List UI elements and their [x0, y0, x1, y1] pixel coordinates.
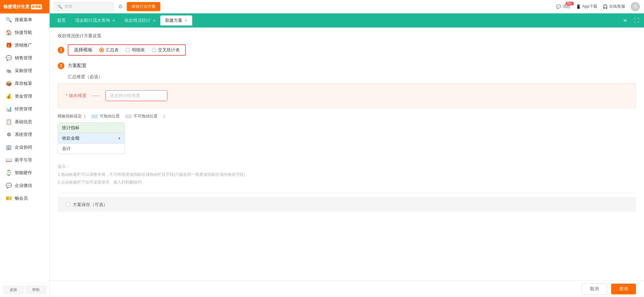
sidebar-item-search-menu[interactable]: 🔍 搜索菜单 — [0, 13, 49, 26]
building-icon: 🏢 — [5, 144, 12, 150]
chat-icon: 💬 — [5, 55, 12, 61]
save-label: 方案保存（可选） — [73, 202, 108, 208]
sidebar-item-label: 畅会员 — [15, 195, 28, 201]
maximize-button[interactable]: ⛶ — [632, 17, 641, 24]
sidebar-item-label: 企业微信 — [15, 183, 32, 189]
section-template: 1 选择模板 汇总表 明细表 — [58, 44, 636, 56]
legend-draggable: 可拖动位置 — [91, 113, 120, 119]
message-icon: 💬 — [556, 4, 561, 9]
online-support-label: 在线客服 — [609, 4, 625, 9]
tips-item-2: 2.点击标题栏下拉可设置排序、插入列和删除列 — [58, 179, 636, 186]
metrics-legend: 模板指标设定（ 可拖动位置 不可拖动位置 ） — [58, 113, 636, 119]
sidebar-item-purchase[interactable]: 🛍 采购管理 — [0, 64, 49, 77]
sidebar-item-label: 快捷导航 — [15, 30, 32, 36]
breadcrumb: 收款情况统计方案设置 — [58, 33, 636, 39]
tab-bank-flow-close[interactable]: ✕ — [112, 18, 115, 23]
sidebar-item-label: 经营管理 — [15, 106, 32, 112]
sidebar: 畅捷通好生意 标准版 🔍 搜索菜单 🏠 快捷导航 🎁 营销推广 💬 销售管理 🛍… — [0, 0, 50, 297]
radio-detail[interactable]: 明细表 — [125, 47, 145, 53]
help-button[interactable]: 帮助 — [25, 285, 47, 294]
settings-icon[interactable]: ⚙ — [118, 3, 123, 10]
draggable-color-swatch — [91, 114, 98, 118]
message-badge: 99+ — [566, 2, 574, 5]
trial-button[interactable]: 体验行业方案 — [127, 2, 160, 11]
sidebar-item-system[interactable]: ⚙ 系统管理 — [0, 128, 49, 141]
draggable-label: 可拖动位置 — [100, 113, 120, 119]
logo-badge: 标准版 — [31, 4, 42, 9]
search-menu-icon: 🔍 — [5, 17, 12, 23]
section2-title: 方案配置 — [68, 63, 87, 69]
sidebar-item-enterprise[interactable]: 🏢 企业协同 — [0, 141, 49, 154]
section-config: 2 方案配置 汇总维度（必选） * 纵向维度 —— 请选择分组维度 — [58, 62, 636, 186]
radio-cross-circle — [152, 48, 156, 52]
section1-header: 1 选择模板 汇总表 明细表 — [58, 44, 636, 56]
tab-new-plan-close[interactable]: ✕ — [184, 18, 187, 23]
tab-collection-stats-label: 收款情况统计 — [124, 17, 151, 23]
footer-save: 方案保存（可选） — [58, 197, 636, 212]
sidebar-item-basic-info[interactable]: 📋 基础信息 — [0, 115, 49, 128]
tab-collection-stats-close[interactable]: ✕ — [153, 18, 156, 23]
main-area: 🔍 搜索 ⚙ 体验行业方案 💬 消息 99+ 📱 App下载 🎧 在线客服 用 — [50, 0, 644, 297]
radio-summary[interactable]: 汇总表 — [99, 47, 119, 53]
headset-icon: 🎧 — [603, 4, 608, 9]
cancel-button[interactable]: 取消 — [582, 283, 607, 295]
query-button[interactable]: 查询 — [611, 284, 636, 294]
phone-icon: 📱 — [576, 4, 581, 9]
sidebar-item-inventory[interactable]: 📦 库存核算 — [0, 77, 49, 90]
sidebar-item-quick-nav[interactable]: 🏠 快捷导航 — [0, 26, 49, 39]
subsection-title: 汇总维度（必选） — [68, 74, 636, 80]
tips-item-1: 1.拖动标题栏可以调整布局，不可跨维度或指标区域拖动栏目字段(只能在同一维度或指… — [58, 171, 636, 179]
sidebar-item-label: 资金管理 — [15, 93, 32, 99]
sidebar-logo: 畅捷通好生意 标准版 — [0, 0, 49, 13]
section2-number: 2 — [58, 62, 64, 69]
sidebar-item-label: 系统管理 — [15, 132, 32, 138]
content-area: 收款情况统计方案设置 1 选择模板 汇总表 — [50, 28, 644, 297]
sidebar-item-label: 新手引导 — [15, 157, 32, 163]
sidebar-item-marketing[interactable]: 🎁 营销推广 — [0, 39, 49, 52]
tab-new-plan[interactable]: 新建方案 ✕ — [160, 15, 192, 26]
vertical-dimension-row: * 纵向维度 —— 请选择分组维度 — [66, 90, 628, 101]
search-box[interactable]: 🔍 搜索 — [54, 2, 114, 11]
dimension-select[interactable]: 请选择分组维度 — [105, 90, 167, 101]
dimension-area: * 纵向维度 —— 请选择分组维度 — [58, 83, 636, 108]
sidebar-item-finance[interactable]: 💰 资金管理 — [0, 90, 49, 103]
sidebar-item-sales[interactable]: 💬 销售管理 — [0, 52, 49, 64]
tab-bank-flow[interactable]: 现金银行流水查询 ✕ — [70, 15, 120, 26]
metrics-dropdown-icon[interactable]: ▾ — [118, 136, 120, 141]
app-download-button[interactable]: 📱 App下载 — [576, 4, 597, 9]
sidebar-item-vip[interactable]: 🎫 畅会员 — [0, 192, 49, 205]
tips-area: 提示： 1.拖动标题栏可以调整布局，不可跨维度或指标区域拖动栏目字段(只能在同一… — [58, 163, 636, 186]
radio-cross-label: 交叉统计表 — [158, 47, 180, 53]
sidebar-item-wechat[interactable]: 💬 企业微信 — [0, 179, 49, 192]
topbar: 🔍 搜索 ⚙ 体验行业方案 💬 消息 99+ 📱 App下载 🎧 在线客服 用 — [50, 0, 644, 13]
sidebar-item-operation[interactable]: 📊 经营管理 — [0, 103, 49, 115]
sidebar-item-guide[interactable]: 📖 新手引导 — [0, 154, 49, 166]
tab-new-plan-label: 新建方案 — [165, 17, 182, 23]
gear-icon: ⚙ — [5, 132, 12, 138]
sidebar-item-smart-hw[interactable]: ⌚ 智能硬件 — [0, 166, 49, 179]
online-support-button[interactable]: 🎧 在线客服 — [603, 4, 625, 9]
sidebar-item-label: 基础信息 — [15, 119, 32, 125]
chart-icon: 📊 — [5, 106, 12, 112]
tab-home-label: 首页 — [57, 17, 66, 23]
template-radio-group: 汇总表 明细表 交叉统计表 — [99, 47, 180, 53]
radio-cross[interactable]: 交叉统计表 — [152, 47, 180, 53]
metrics-table-header: 统计指标 — [58, 123, 124, 133]
save-checkbox[interactable] — [66, 202, 70, 207]
skin-button[interactable]: 皮肤 — [3, 285, 24, 294]
metrics-table: 统计指标 收款金额 ▾ 合计 — [58, 122, 125, 154]
bag-icon: 🛍 — [5, 68, 12, 74]
money-icon: 💰 — [5, 93, 12, 99]
user-avatar[interactable]: 用 — [631, 2, 640, 11]
non-draggable-label: 不可拖动位置 — [133, 113, 158, 119]
close-window-button[interactable]: ✕ — [621, 17, 629, 24]
tab-home[interactable]: 首页 — [52, 15, 70, 26]
message-button[interactable]: 💬 消息 99+ — [556, 4, 571, 9]
book-icon: 📖 — [5, 157, 12, 163]
tab-collection-stats[interactable]: 收款情况统计 ✕ — [120, 15, 160, 26]
metrics-row-collection[interactable]: 收款金额 ▾ — [58, 133, 124, 144]
clipboard-icon: 📋 — [5, 119, 12, 125]
sidebar-item-label: 库存核算 — [15, 81, 32, 87]
ticket-icon: 🎫 — [5, 195, 12, 201]
section1-number: 1 — [58, 47, 64, 53]
